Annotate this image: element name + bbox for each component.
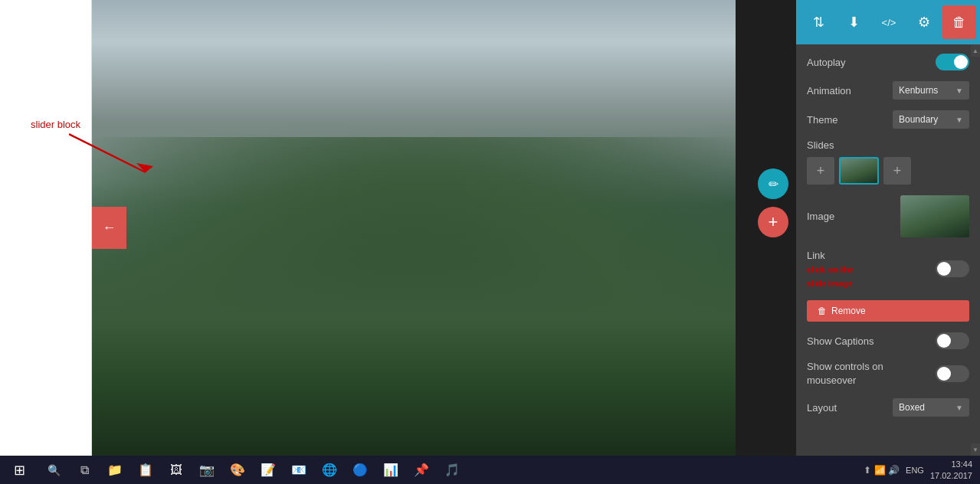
taskbar-tray: ⬆ 📶 🔊 ENG 13:44 17.02.2017 [864,459,980,481]
plus-icon: + [769,212,778,232]
left-arrow-button[interactable]: ← [92,207,126,249]
code-button[interactable]: </> [872,5,906,39]
taskbar-app4-icon[interactable]: 📷 [192,456,222,484]
taskbar-app6-icon[interactable]: 📝 [253,456,284,484]
delete-button[interactable]: 🗑 [942,5,976,39]
autoplay-toggle[interactable] [936,54,969,70]
image-label: Image [807,211,834,222]
show-controls-label: Show controls on mouseover [807,360,899,388]
taskbar-search-button[interactable]: 🔍 [38,456,69,484]
code-icon: </> [882,17,896,28]
theme-label: Theme [807,114,837,126]
start-button[interactable]: ⊞ [0,456,38,484]
theme-value: Boundary [899,114,938,125]
slides-label: Slides [807,139,969,151]
animation-row: Animation Kenburns ▼ [807,81,969,100]
pencil-icon: ✏ [769,177,778,191]
right-panel: Autoplay Animation Kenburns ▼ Theme Boun… [796,44,980,456]
trash-icon: 🗑 [952,15,966,31]
animation-label: Animation [807,85,851,96]
search-icon: 🔍 [48,464,61,476]
taskbar: ⊞ 🔍 ⧉ 📁 📋 🖼 📷 🎨 📝 📧 🌐 🔵 📊 📌 🎵 ⬆ 📶 🔊 ENG … [0,456,980,484]
chevron-down-icon-layout: ▼ [955,404,963,412]
layout-label: Layout [807,402,837,414]
windows-icon: ⊞ [14,462,25,479]
slide-add-before-button[interactable]: + [807,157,834,185]
left-arrow-icon: ← [103,220,116,236]
gear-icon: ⚙ [918,14,930,31]
taskbar-datetime: 13:44 17.02.2017 [930,459,972,481]
taskbar-app2-icon[interactable]: 📋 [130,456,161,484]
autoplay-label: Autoplay [807,57,846,68]
show-captions-label: Show Captions [807,335,873,347]
image-row: Image [807,195,969,237]
slide-thumbnail-1[interactable] [839,157,879,185]
taskbar-time-value: 13:44 [930,459,972,469]
taskbar-app10-icon[interactable]: 📊 [375,456,406,484]
theme-dropdown[interactable]: Boundary ▼ [893,110,969,129]
link-section: Link click on theslide image [807,248,854,289]
chevron-down-icon: ▼ [955,87,963,95]
taskbar-app3-icon[interactable]: 🖼 [161,456,192,484]
layout-dropdown[interactable]: Boxed ▼ [893,398,969,417]
taskbar-app9-icon[interactable]: 🔵 [345,456,375,484]
slides-row: + + [807,157,969,185]
show-captions-row: Show Captions [807,332,969,349]
link-label: Link [807,250,825,261]
animation-dropdown[interactable]: Kenburns ▼ [893,81,969,100]
show-controls-row: Show controls on mouseover [807,360,969,388]
taskbar-app-icons: 📁 📋 🖼 📷 🎨 📝 📧 🌐 🔵 📊 📌 🎵 [100,456,864,484]
toggle-thumb [954,55,968,69]
top-toolbar: ⇅ ⬇ </> ⚙ 🗑 [796,0,980,44]
link-row: Link click on theslide image [807,248,969,289]
task-view-button[interactable]: ⧉ [69,456,100,484]
annotation-arrow [69,126,161,180]
taskbar-date-value: 17.02.2017 [930,470,972,481]
remove-button[interactable]: 🗑 Remove [807,300,969,322]
image-preview[interactable] [900,195,969,237]
show-captions-toggle[interactable] [936,332,969,349]
taskbar-app7-icon[interactable]: 📧 [284,456,314,484]
theme-row: Theme Boundary ▼ [807,110,969,129]
panel-scroll-down[interactable]: ▼ [971,443,980,456]
animation-value: Kenburns [899,85,938,96]
task-view-icon: ⧉ [80,463,89,477]
chevron-down-icon-theme: ▼ [955,116,963,124]
float-add-button[interactable]: + [758,207,788,237]
layout-value: Boxed [899,402,925,413]
slide-add-after-button[interactable]: + [883,157,911,185]
layout-row: Layout Boxed ▼ [807,398,969,417]
link-toggle-thumb [937,262,951,276]
transfer-button[interactable]: ⇅ [801,5,835,39]
trash-icon-remove: 🗑 [818,306,827,316]
svg-marker-1 [136,163,153,172]
download-icon: ⬇ [848,14,860,31]
link-toggle[interactable] [936,260,969,277]
transfer-icon: ⇅ [813,14,824,31]
float-edit-button[interactable]: ✏ [758,168,788,199]
tray-icons: ⬆ 📶 🔊 [864,465,900,476]
settings-button[interactable]: ⚙ [907,5,941,39]
taskbar-app12-icon[interactable]: 🎵 [437,456,467,484]
taskbar-app8-icon[interactable]: 🌐 [314,456,345,484]
remove-label: Remove [831,306,866,316]
taskbar-app11-icon[interactable]: 📌 [406,456,437,484]
panel-scroll-up[interactable]: ▲ [971,44,980,57]
white-sidebar [0,0,92,456]
show-controls-toggle[interactable] [936,365,969,382]
forest-layer [92,137,736,456]
canvas-area: ← slider block [0,0,736,456]
link-annotation: click on theslide image [807,265,854,288]
captions-toggle-thumb [937,334,951,348]
autoplay-row: Autoplay [807,54,969,70]
taskbar-explorer-icon[interactable]: 📁 [100,456,130,484]
slides-section: Slides + + [807,139,969,185]
lang-indicator: ENG [906,466,924,475]
download-button[interactable]: ⬇ [837,5,870,39]
svg-line-0 [69,134,146,172]
slider-image [92,0,736,456]
taskbar-app5-icon[interactable]: 🎨 [222,456,253,484]
